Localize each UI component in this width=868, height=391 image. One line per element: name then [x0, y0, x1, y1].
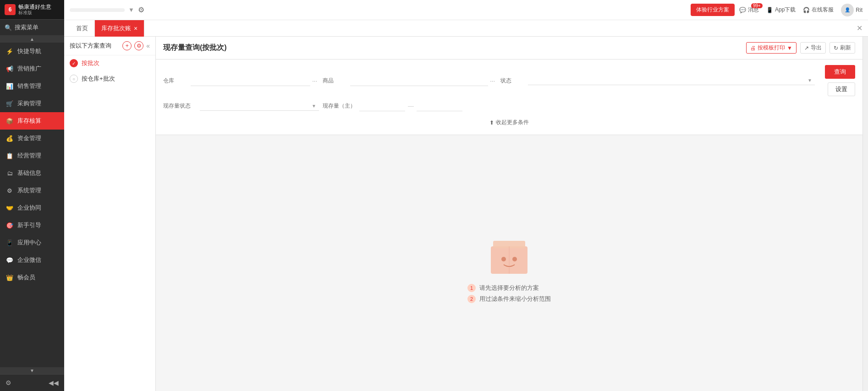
sidebar-scroll-down[interactable]: ▼	[0, 367, 64, 374]
sidebar-item-marketing[interactable]: 📢 营销推广	[0, 60, 64, 77]
purchase-icon: 🛒	[5, 99, 14, 108]
app-logo: 6	[5, 4, 16, 15]
status-select[interactable]: ▼	[528, 76, 815, 85]
add-scheme-button[interactable]: +	[122, 41, 132, 50]
svg-point-3	[512, 257, 517, 261]
tab-close-icon[interactable]: ×	[134, 25, 137, 32]
warehouse-input[interactable]	[191, 76, 310, 86]
nav-label: 基础信息	[17, 169, 41, 177]
refresh-button[interactable]: ↻ 刷新	[830, 42, 855, 54]
query-button[interactable]: 查询	[825, 65, 855, 79]
app-center-icon: 📱	[5, 239, 14, 247]
warehouse-filter: 仓库 ···	[163, 76, 319, 86]
collapse-left-panel-icon[interactable]: «	[146, 42, 150, 49]
settings-button[interactable]: 设置	[828, 82, 855, 96]
settings-scheme-button[interactable]: ⚙	[134, 41, 143, 50]
nav-label: 经营管理	[17, 152, 41, 160]
tab-inventory-batch[interactable]: 库存批次账 ×	[95, 20, 144, 37]
app-title: 畅康通好生意 标准版	[18, 4, 51, 16]
collapse-more-button[interactable]: ⬆ 收起更多条件	[163, 116, 855, 129]
print-icon: 🖨	[750, 45, 756, 51]
export-icon: ↗	[804, 45, 809, 51]
sidebar-item-member[interactable]: 👑 畅会员	[0, 269, 64, 286]
empty-tip-2: 2 用过滤条件来缩小分析范围	[467, 295, 551, 303]
product-label: 商品	[323, 77, 350, 85]
nav-label: 系统管理	[17, 186, 41, 195]
nav-label: 企业微信	[17, 256, 41, 264]
tab-inventory-batch-label: 库存批次账	[101, 24, 131, 33]
app-download-item[interactable]: 📱 App下载	[766, 6, 796, 14]
print-button[interactable]: 🖨 按模板打印 ▼	[746, 42, 797, 54]
sidebar-item-inventory[interactable]: 📦 库存核算	[0, 112, 64, 130]
finance-icon: 💰	[5, 134, 14, 142]
empty-svg	[482, 223, 537, 278]
close-panel-icon[interactable]: ✕	[851, 20, 868, 36]
sidebar-item-quick-nav[interactable]: ⚡ 快捷导航	[0, 43, 64, 60]
page-title: 现存量查询(按批次)	[163, 43, 227, 58]
sidebar-item-finance[interactable]: 💰 资金管理	[0, 130, 64, 147]
sidebar-item-app-center[interactable]: 📱 应用中心	[0, 234, 64, 251]
export-button[interactable]: ↗ 导出	[800, 42, 826, 54]
empty-state: 1 请先选择要分析的方案 2 用过滤条件来缩小分析范围	[156, 135, 863, 391]
right-scrollbar[interactable]	[863, 37, 868, 391]
stock-status-select[interactable]: ▼	[200, 102, 319, 111]
left-panel-title: 按以下方案查询	[70, 42, 111, 50]
online-service-item[interactable]: 🎧 在线客服	[803, 6, 834, 14]
sales-icon: 📊	[5, 82, 14, 90]
page-content: 按以下方案查询 + ⚙ « ✓ 按批次 ○ 按仓库+批次 现存量查询(按批次)	[64, 37, 868, 391]
nav-label: 库存核算	[17, 117, 41, 125]
filter-actions: 查询 设置	[819, 65, 855, 96]
nav-label: 新手引导	[17, 221, 41, 229]
sidebar-item-basic-info[interactable]: 🗂 基础信息	[0, 164, 64, 182]
settings-footer-icon[interactable]: ⚙	[5, 379, 11, 386]
empty-tip-1: 1 请先选择要分析的方案	[467, 284, 551, 292]
enterprise-icon: 🤝	[5, 204, 14, 212]
sidebar-item-system[interactable]: ⚙ 系统管理	[0, 182, 64, 199]
topbar-dropdown-arrow[interactable]: ▼	[128, 6, 134, 13]
tab-home[interactable]: 首页	[70, 20, 95, 37]
avatar-icon: 👤	[845, 7, 850, 12]
sidebar-item-operations[interactable]: 📋 经营管理	[0, 147, 64, 164]
stock-status-label: 现存量状态	[163, 102, 200, 110]
messages-item[interactable]: 💬 消息 99+	[739, 6, 759, 14]
sidebar-search[interactable]: 🔍 搜索菜单	[0, 20, 64, 36]
sidebar-scroll-up[interactable]: ▲	[0, 36, 64, 43]
product-input[interactable]	[350, 76, 488, 86]
stock-qty-min-input[interactable]	[359, 101, 405, 111]
product-more-icon[interactable]: ···	[488, 77, 497, 84]
nav-label: 畅会员	[17, 273, 35, 282]
sidebar-footer: ⚙ ◀◀	[0, 374, 64, 391]
chevron-up-icon: ⬆	[489, 119, 494, 126]
sidebar-item-weixin[interactable]: 💬 企业微信	[0, 251, 64, 269]
right-panel: 现存量查询(按批次) 🖨 按模板打印 ▼ ↗ 导出 ↻ 刷新	[156, 37, 863, 391]
batch-active-icon: ✓	[70, 59, 78, 67]
trial-button[interactable]: 体验行业方案	[691, 4, 735, 16]
nav-label: 销售管理	[17, 82, 41, 90]
filter-area: 仓库 ··· 商品 ··· 状态 ▼	[156, 60, 863, 135]
stock-qty-filter: 现存量（主） —	[323, 101, 497, 111]
user-item[interactable]: 👤 Rit	[841, 4, 863, 16]
sidebar-item-purchase[interactable]: 🛒 采购管理	[0, 95, 64, 112]
product-filter: 商品 ···	[323, 76, 497, 86]
stock-status-dropdown-icon: ▼	[312, 103, 316, 109]
warehouse-more-icon[interactable]: ···	[310, 77, 319, 84]
nav-label: 资金管理	[17, 134, 41, 142]
tab-bar: 首页 库存批次账 × ✕	[64, 20, 868, 37]
topbar-settings-icon[interactable]: ⚙	[138, 5, 144, 14]
scheme-label-by-batch: 按批次	[82, 59, 99, 67]
nav-label: 应用中心	[17, 239, 41, 247]
topbar-right: 💬 消息 99+ 📱 App下载 🎧 在线客服 👤 Rit	[739, 4, 863, 16]
new-guide-icon: 🎯	[5, 221, 14, 229]
system-icon: ⚙	[5, 186, 14, 195]
scheme-item-by-batch[interactable]: ✓ 按批次	[64, 55, 155, 71]
scheme-item-by-warehouse-batch[interactable]: ○ 按仓库+批次	[64, 71, 155, 87]
stock-qty-max-input[interactable]	[417, 101, 462, 111]
sidebar-item-sales[interactable]: 📊 销售管理	[0, 77, 64, 95]
filter-row-1: 仓库 ··· 商品 ··· 状态 ▼	[163, 65, 855, 96]
warehouse-label: 仓库	[163, 77, 191, 85]
collapse-sidebar-icon[interactable]: ◀◀	[49, 379, 59, 386]
sidebar-item-enterprise[interactable]: 🤝 企业协同	[0, 199, 64, 217]
sidebar-item-new-guide[interactable]: 🎯 新手引导	[0, 217, 64, 234]
main-area: ▼ ⚙ 体验行业方案 💬 消息 99+ 📱 App下载 🎧 在线客服 👤	[64, 0, 868, 391]
messages-icon: 💬	[739, 7, 746, 13]
